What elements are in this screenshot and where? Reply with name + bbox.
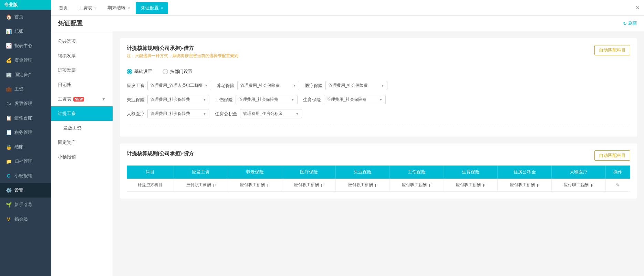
field-maternity: 生育保险 管理费用_社会保险费 ▼ — [303, 95, 386, 104]
tab-payroll-label: 工资表 — [79, 5, 92, 11]
sidebar-item-label: 税务管理 — [14, 129, 32, 136]
xiaochang-icon: C — [6, 173, 12, 179]
injury-select[interactable]: 管理费用_社会保险费 ▼ — [236, 95, 298, 104]
sidebar-item-vip[interactable]: V 畅会员 — [0, 212, 51, 226]
td-action[interactable]: ✎ — [605, 179, 630, 192]
sidebar-item-tax[interactable]: 🧾 税务管理 — [0, 125, 51, 140]
unemployment-select-text: 管理费用_社会保险费 — [150, 97, 201, 103]
td-injury-val: 应付职工薪酬_p — [390, 179, 444, 192]
field-pension: 养老保险 管理费用_社会保险费 ▼ — [217, 81, 299, 90]
sidebar-item-fund[interactable]: 💰 资金管理 — [0, 53, 51, 67]
th-subject: 科目 — [127, 166, 174, 179]
sidebar-item-stock[interactable]: 📋 进销台账 — [0, 111, 51, 125]
field-medical: 医疗保险 管理费用_社会保险费 ▼ — [305, 81, 387, 90]
page-title: 凭证配置 — [58, 19, 83, 28]
nav-item-xiaochang-exp[interactable]: 小畅报销 — [51, 150, 113, 164]
auto-match-credit-button[interactable]: 自动匹配科目 — [594, 150, 630, 161]
radio-group: 基础设置 按部门设置 — [127, 68, 630, 75]
td-salary-val: 应付职工薪酬_p — [174, 179, 228, 192]
sidebar-item-label: 畅会员 — [14, 216, 28, 222]
pension-select[interactable]: 管理费用_社会保险费 ▼ — [237, 81, 299, 90]
tab-bar-close-button[interactable]: ✕ — [634, 3, 641, 12]
nav-item-journal[interactable]: 日记账 — [51, 77, 113, 92]
sidebar-item-archive[interactable]: 📁 归档管理 — [0, 154, 51, 169]
form-row-3: 大额医疗 管理费用_社会保险费 ▼ 住房公积金 管理费用_住房公积金 ▼ — [127, 109, 630, 118]
sidebar-item-label: 结账 — [14, 144, 23, 150]
tab-home-label: 首页 — [59, 5, 68, 11]
fund-icon: 💰 — [6, 57, 12, 63]
tab-home[interactable]: 首页 — [54, 2, 73, 14]
sidebar-item-label: 总账 — [14, 28, 23, 34]
sidebar-item-close[interactable]: 🔒 结账 — [0, 140, 51, 154]
injury-label: 工伤保险 — [215, 97, 233, 103]
sidebar-item-home[interactable]: 🏠 首页 — [0, 10, 51, 24]
nav-item-sales-invoice[interactable]: 销项发票 — [51, 49, 113, 63]
injury-select-text: 管理费用_社会保险费 — [239, 97, 289, 103]
tab-payroll-close[interactable]: × — [94, 6, 96, 10]
sidebar-item-salary[interactable]: 💼 工资 — [0, 82, 51, 96]
nav-item-payroll-table-label: 工资表 — [58, 96, 71, 102]
sidebar-item-ledger[interactable]: 📊 总账 — [0, 24, 51, 39]
sidebar-item-guide[interactable]: 🌱 新手引导 — [0, 198, 51, 212]
nav-item-purchase-invoice[interactable]: 进项发票 — [51, 63, 113, 77]
sidebar-item-label: 资金管理 — [14, 57, 32, 63]
tab-payroll[interactable]: 工资表 × — [74, 2, 102, 14]
injury-dropdown-icon: ▼ — [291, 98, 294, 102]
maternity-select[interactable]: 管理费用_社会保险费 ▼ — [324, 95, 386, 104]
housing-select[interactable]: 管理费用_住房公积金 ▼ — [240, 109, 302, 118]
close-period-icon: 🔒 — [6, 144, 12, 150]
section-credit-title: 计提核算规则(公司承担)-贷方 — [127, 150, 194, 157]
section-debit-header-left: 计提核算规则(公司承担)-借方 注：只能选择一种方式，系统将按照您当前的选择来配… — [127, 45, 238, 64]
field-unemployment: 失业保险 管理费用_社会保险费 ▼ — [127, 95, 209, 104]
td-pension-val: 应付职工薪酬_p — [228, 179, 282, 192]
tab-period[interactable]: 期末结转 × — [102, 2, 135, 14]
sidebar: 专业版 🏠 首页 📊 总账 📈 报表中心 💰 资金管理 🏢 固定资产 💼 工资 … — [0, 0, 51, 276]
salary-icon: 💼 — [6, 86, 12, 92]
nav-item-calc-salary[interactable]: 计提工资 — [51, 106, 113, 121]
new-badge: NEW — [73, 97, 84, 102]
radio-basic-dot — [127, 69, 132, 74]
ledger-icon: 📊 — [6, 29, 12, 34]
edit-icon[interactable]: ✎ — [616, 182, 620, 188]
nav-item-public-label: 公共选项 — [58, 38, 76, 44]
nav-item-sales-invoice-label: 销项发票 — [58, 53, 76, 59]
form-row-2: 失业保险 管理费用_社会保险费 ▼ 工伤保险 管理费用_社会保险费 ▼ — [127, 95, 630, 104]
unemployment-select[interactable]: 管理费用_社会保险费 ▼ — [147, 95, 209, 104]
section-credit: 计提核算规则(公司承担)-贷方 自动匹配科目 科目 应发工资 养老保险 医疗保险… — [120, 144, 637, 199]
salary-dropdown-icon: ▼ — [205, 84, 208, 87]
sidebar-item-asset[interactable]: 🏢 固定资产 — [0, 67, 51, 82]
auto-match-debit-button[interactable]: 自动匹配科目 — [594, 45, 630, 55]
section-debit-note: 注：只能选择一种方式，系统将按照您当前的选择来配置规则 — [127, 53, 238, 59]
medical-select[interactable]: 管理费用_社会保险费 ▼ — [325, 81, 387, 90]
major-medical-select[interactable]: 管理费用_社会保险费 ▼ — [147, 109, 209, 118]
refresh-button[interactable]: ↻ 刷新 — [623, 20, 637, 26]
tab-voucher[interactable]: 凭证配置 × — [136, 2, 168, 14]
radio-basic-label: 基础设置 — [134, 68, 152, 75]
medical-select-text: 管理费用_社会保险费 — [329, 83, 379, 88]
radio-dept[interactable]: 按部门设置 — [163, 68, 193, 75]
sidebar-item-invoice[interactable]: 🗂 发票管理 — [0, 96, 51, 111]
nav-item-public[interactable]: 公共选项 — [51, 34, 113, 49]
td-medical-val: 应付职工薪酬_p — [282, 179, 336, 192]
radio-basic[interactable]: 基础设置 — [127, 68, 152, 75]
salary-select[interactable]: 管理费用_管理人员职工薪酬 ▼ — [147, 81, 211, 90]
th-salary: 应发工资 — [174, 166, 228, 179]
sidebar-item-report[interactable]: 📈 报表中心 — [0, 39, 51, 53]
housing-dropdown-icon: ▼ — [295, 112, 299, 116]
pension-select-text: 管理费用_社会保险费 — [240, 83, 291, 88]
home-icon: 🏠 — [6, 14, 12, 20]
table-header-row: 科目 应发工资 养老保险 医疗保险 失业保险 工伤保险 生育保险 住房公积金 大… — [127, 166, 630, 179]
sidebar-item-xiaochang[interactable]: C 小畅报销 — [0, 169, 51, 183]
nav-item-fixed-assets[interactable]: 固定资产 — [51, 135, 113, 150]
main-area: 首页 工资表 × 期末结转 × 凭证配置 × ✕ 凭证配置 ↻ 刷新 公共选项 — [51, 0, 644, 276]
tab-period-close[interactable]: × — [127, 6, 129, 10]
sidebar-item-label: 设置 — [14, 187, 23, 193]
sidebar-item-settings[interactable]: ⚙️ 设置 — [0, 183, 51, 198]
guide-icon: 🌱 — [6, 202, 12, 208]
tab-voucher-close[interactable]: × — [161, 6, 163, 10]
refresh-icon: ↻ — [623, 21, 627, 26]
medical-label: 医疗保险 — [305, 83, 323, 89]
nav-item-pay-salary[interactable]: 发放工资 — [51, 121, 113, 135]
td-housing-val: 应付职工薪酬_p — [498, 179, 552, 192]
nav-item-payroll-table[interactable]: 工资表 NEW ▼ — [51, 92, 113, 106]
